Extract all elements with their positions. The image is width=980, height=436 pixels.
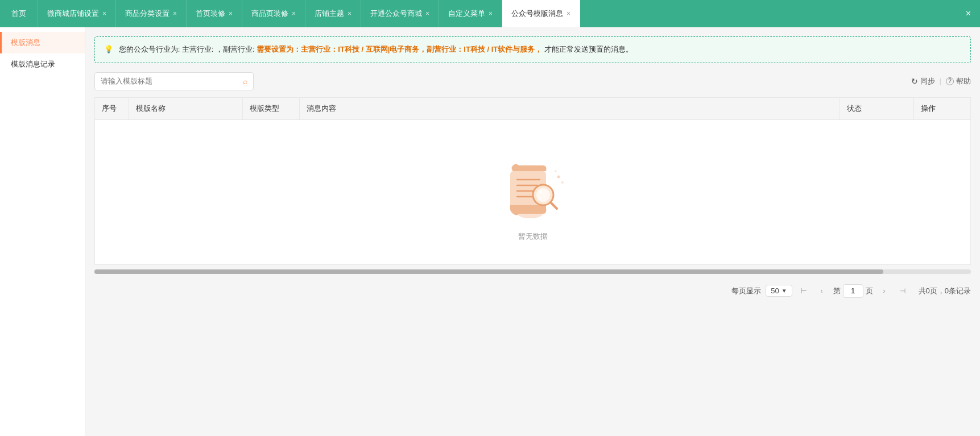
first-page-button[interactable]: ⊢ bbox=[797, 284, 811, 298]
page-suffix: 页 bbox=[866, 286, 873, 296]
nav-tab-category-settings[interactable]: 商品分类设置 × bbox=[116, 0, 187, 27]
total-info: 共0页，0条记录 bbox=[919, 286, 971, 296]
per-page-select[interactable]: 50 ▼ bbox=[766, 285, 792, 297]
col-name: 模版名称 bbox=[129, 97, 243, 119]
page-label: 第 bbox=[833, 286, 841, 296]
nav-tab-home-decoration-close[interactable]: × bbox=[229, 10, 233, 18]
pagination: 每页显示 50 ▼ ⊢ ‹ 第 页 › ⊣ 共0页，0条记录 bbox=[94, 279, 971, 300]
sidebar: 模版消息 模版消息记录 bbox=[0, 27, 85, 436]
nav-tab-home-label: 首页 bbox=[11, 9, 26, 19]
svg-point-8 bbox=[539, 190, 542, 194]
col-index: 序号 bbox=[95, 97, 129, 119]
nav-tab-template-msg-close[interactable]: × bbox=[567, 10, 570, 18]
nav-tab-custom-menu-label: 自定义菜单 bbox=[448, 9, 485, 19]
svg-point-10 bbox=[561, 181, 564, 184]
nav-tab-template-msg-label: 公众号模版消息 bbox=[511, 9, 563, 19]
top-navigation: 首页 微商城店铺设置 × 商品分类设置 × 首页装修 × 商品页装修 × 店铺主… bbox=[0, 0, 980, 27]
col-content: 消息内容 bbox=[300, 97, 840, 119]
help-icon: ? bbox=[946, 77, 954, 85]
data-table: 序号 模版名称 模版类型 消息内容 状态 操作 bbox=[94, 97, 971, 265]
nav-tab-product-decoration[interactable]: 商品页装修 × bbox=[242, 0, 305, 27]
col-action: 操作 bbox=[914, 97, 971, 119]
nav-tab-product-decoration-label: 商品页装修 bbox=[251, 9, 288, 19]
nav-tab-product-decoration-close[interactable]: × bbox=[292, 10, 296, 18]
nav-tab-category-settings-close[interactable]: × bbox=[173, 10, 177, 18]
sync-label: 同步 bbox=[920, 76, 935, 86]
table-header-row: 序号 模版名称 模版类型 消息内容 状态 操作 bbox=[95, 97, 971, 119]
svg-point-6 bbox=[536, 188, 550, 202]
svg-line-7 bbox=[551, 202, 557, 209]
sidebar-item-template-message-record-label: 模版消息记录 bbox=[11, 60, 55, 68]
horizontal-scrollbar[interactable] bbox=[94, 269, 971, 274]
nav-tab-template-msg[interactable]: 公众号模版消息 × bbox=[502, 0, 580, 27]
scrollbar-thumb[interactable] bbox=[94, 269, 883, 274]
next-page-button[interactable]: › bbox=[878, 284, 891, 298]
nav-tab-open-mall[interactable]: 开通公众号商城 × bbox=[361, 0, 439, 27]
nav-tab-category-settings-label: 商品分类设置 bbox=[125, 9, 169, 19]
search-input[interactable] bbox=[101, 77, 243, 85]
page-number-input[interactable] bbox=[843, 284, 863, 298]
nav-tab-shop-settings-close[interactable]: × bbox=[102, 10, 106, 18]
nav-tab-open-mall-close[interactable]: × bbox=[425, 10, 429, 18]
nav-close-all-button[interactable]: × bbox=[957, 9, 980, 19]
nav-tab-store-theme[interactable]: 店铺主题 × bbox=[305, 0, 361, 27]
col-status: 状态 bbox=[840, 97, 914, 119]
main-layout: 模版消息 模版消息记录 💡 您的公众号行业为: 主营行业: ，副营行业: 需要设… bbox=[0, 27, 980, 436]
help-label: 帮助 bbox=[956, 76, 971, 86]
nav-tab-shop-settings[interactable]: 微商城店铺设置 × bbox=[38, 0, 116, 27]
empty-text: 暂无数据 bbox=[518, 231, 548, 242]
empty-illustration bbox=[499, 154, 567, 222]
toolbar-right: ↻ 同步 | ? 帮助 bbox=[911, 76, 971, 86]
nav-tab-home-decoration[interactable]: 首页装修 × bbox=[187, 0, 242, 27]
search-input-wrap: ⌕ bbox=[94, 72, 254, 90]
empty-state: 暂无数据 bbox=[95, 120, 970, 264]
notice-suffix: 才能正常发送预置的消息。 bbox=[544, 45, 633, 53]
toolbar-divider: | bbox=[940, 77, 941, 85]
notice-prefix: 您的公众号行业为: 主营行业: ，副营行业: bbox=[119, 45, 255, 53]
search-icon[interactable]: ⌕ bbox=[243, 77, 247, 86]
nav-tab-open-mall-label: 开通公众号商城 bbox=[370, 9, 422, 19]
sidebar-item-template-message[interactable]: 模版消息 bbox=[0, 32, 85, 53]
page-input-wrap: 第 页 bbox=[833, 284, 873, 298]
nav-tab-store-theme-label: 店铺主题 bbox=[315, 9, 344, 19]
sync-button[interactable]: ↻ 同步 bbox=[911, 76, 935, 86]
prev-page-button[interactable]: ‹ bbox=[815, 284, 829, 298]
nav-tab-shop-settings-label: 微商城店铺设置 bbox=[47, 9, 99, 19]
nav-tab-store-theme-close[interactable]: × bbox=[348, 10, 352, 18]
nav-tab-home[interactable]: 首页 bbox=[0, 0, 38, 27]
nav-tab-custom-menu-close[interactable]: × bbox=[489, 10, 493, 18]
main-content: 💡 您的公众号行业为: 主营行业: ，副营行业: 需要设置为：主营行业：IT科技… bbox=[85, 27, 980, 436]
empty-cell: 暂无数据 bbox=[95, 119, 971, 264]
empty-row: 暂无数据 bbox=[95, 119, 971, 264]
help-button[interactable]: ? 帮助 bbox=[946, 76, 971, 86]
sync-icon: ↻ bbox=[911, 77, 918, 86]
last-page-button[interactable]: ⊣ bbox=[896, 284, 909, 298]
search-bar: ⌕ ↻ 同步 | ? 帮助 bbox=[94, 72, 971, 90]
notice-icon: 💡 bbox=[104, 45, 113, 53]
nav-tab-custom-menu[interactable]: 自定义菜单 × bbox=[439, 0, 502, 27]
per-page-value: 50 bbox=[771, 286, 779, 295]
sidebar-item-template-message-record[interactable]: 模版消息记录 bbox=[0, 53, 85, 75]
notice-banner: 💡 您的公众号行业为: 主营行业: ，副营行业: 需要设置为：主营行业：IT科技… bbox=[94, 36, 971, 63]
col-type: 模版类型 bbox=[243, 97, 300, 119]
sidebar-item-template-message-label: 模版消息 bbox=[11, 38, 40, 47]
svg-point-9 bbox=[557, 175, 560, 178]
per-page-dropdown-icon: ▼ bbox=[781, 288, 787, 294]
per-page-label: 每页显示 bbox=[731, 286, 761, 296]
svg-point-11 bbox=[555, 170, 556, 172]
notice-highlight: 需要设置为：主营行业：IT科技 / 互联网|电子商务，副营行业：IT科技 / I… bbox=[257, 45, 542, 53]
nav-tab-home-decoration-label: 首页装修 bbox=[196, 9, 225, 19]
